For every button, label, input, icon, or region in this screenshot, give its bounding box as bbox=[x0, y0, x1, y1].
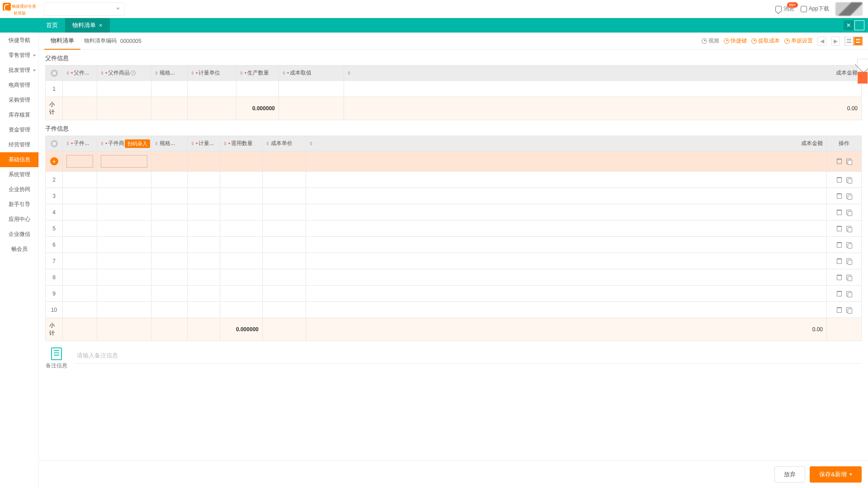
close-icon[interactable]: ✕ bbox=[99, 23, 103, 28]
tab-bom[interactable]: 物料清单 ✕ bbox=[65, 18, 110, 33]
messages-button[interactable]: 消息 99+ bbox=[775, 5, 794, 13]
expand-icon bbox=[854, 20, 864, 30]
speech-icon bbox=[775, 6, 782, 12]
phone-icon bbox=[801, 6, 807, 12]
brand-name: 畅捷通好生意 bbox=[12, 4, 36, 9]
tab-fullscreen[interactable] bbox=[854, 20, 864, 30]
page-tabs: 首页 物料清单 ✕ ✕ bbox=[0, 18, 868, 33]
subtab-bom[interactable]: 物料清单 bbox=[44, 33, 80, 33]
topbar-right: 消息 99+ App下载 bbox=[775, 2, 868, 16]
download-label: App下载 bbox=[809, 5, 829, 13]
workspace-selector[interactable] bbox=[43, 2, 125, 16]
messages-badge: 99+ bbox=[787, 2, 797, 8]
chevron-down-icon bbox=[116, 8, 120, 10]
tab-home-label: 首页 bbox=[46, 21, 58, 29]
tab-close-all[interactable]: ✕ bbox=[844, 20, 854, 30]
brand-edition: 标准版 bbox=[14, 11, 26, 15]
topbar: 畅捷通好生意 标准版 消息 99+ App下载 bbox=[0, 0, 868, 18]
app-download-button[interactable]: App下载 bbox=[801, 5, 829, 13]
brand-logo: 畅捷通好生意 标准版 bbox=[0, 0, 39, 18]
user-avatar[interactable] bbox=[835, 2, 863, 16]
tab-bom-label: 物料清单 bbox=[72, 21, 96, 29]
tab-home[interactable]: 首页 bbox=[39, 18, 65, 33]
logo-icon bbox=[3, 3, 11, 11]
